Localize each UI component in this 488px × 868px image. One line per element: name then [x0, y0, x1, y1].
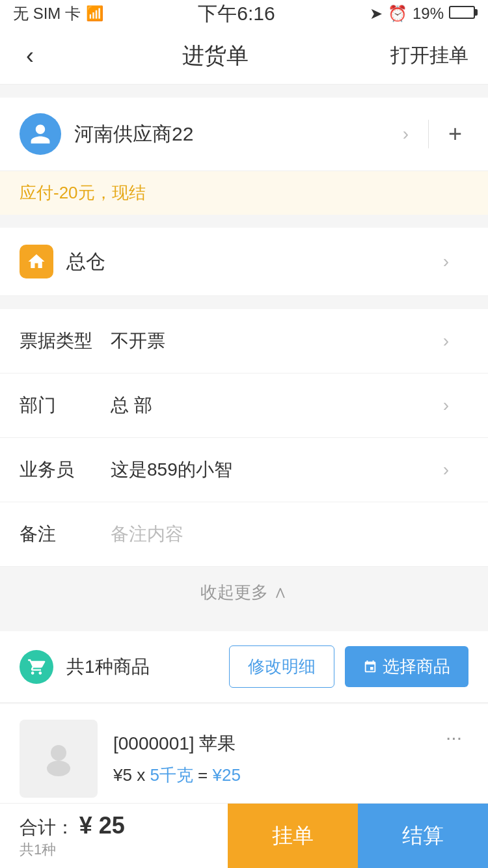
- product-item: [0000001] 苹果 ¥5 x 5千克 = ¥25 ···: [0, 704, 488, 814]
- cart-icon: [27, 658, 46, 676]
- status-bar: 无 SIM 卡 📶 下午6:16 ➤ ⏰ 19%: [0, 0, 488, 27]
- page-title: 进货单: [182, 41, 249, 71]
- product-header: 共1种商品 修改明细 选择商品: [0, 631, 488, 703]
- status-right: ➤ ⏰ 19%: [370, 5, 475, 23]
- product-thumbnail: [20, 720, 98, 798]
- wifi-icon: 📶: [86, 5, 103, 22]
- invoice-type-value: 不开票: [111, 329, 443, 353]
- notice-bar: 应付-20元，现结: [0, 171, 488, 215]
- salesperson-value: 这是859的小智: [111, 457, 443, 482]
- divider: [428, 120, 429, 148]
- department-value: 总 部: [111, 393, 443, 418]
- carrier-label: 无 SIM 卡: [13, 3, 81, 24]
- remark-row[interactable]: 备注 备注内容: [0, 502, 488, 567]
- department-chevron-icon: ›: [443, 395, 449, 416]
- select-product-label: 选择商品: [383, 655, 450, 678]
- product-more-button[interactable]: ···: [439, 720, 468, 755]
- location-icon: ➤: [370, 5, 383, 23]
- salesperson-chevron-icon: ›: [443, 459, 449, 480]
- back-button[interactable]: ‹: [20, 36, 40, 76]
- product-quantity: 5千克: [150, 765, 193, 785]
- product-code: [0000001]: [113, 733, 195, 753]
- section-gap-2: [0, 215, 488, 228]
- remark-value: 备注内容: [111, 522, 468, 547]
- invoice-type-label: 票据类型: [20, 329, 111, 353]
- supplier-name: 河南供应商22: [74, 121, 403, 148]
- product-equals: =: [198, 765, 212, 785]
- collapse-button[interactable]: 收起更多 ∧: [0, 567, 488, 618]
- product-total: ¥25: [213, 765, 241, 785]
- select-product-button[interactable]: 选择商品: [345, 646, 468, 687]
- total-label: 合计：: [20, 817, 74, 837]
- product-multiply: x: [137, 765, 150, 785]
- salesperson-label: 业务员: [20, 457, 111, 482]
- product-count: 共1种商品: [66, 655, 229, 679]
- total-section: 合计： ¥ 25 共1种: [0, 812, 228, 860]
- section-gap-3: [0, 296, 488, 309]
- warehouse-chevron-icon: ›: [443, 251, 449, 272]
- total-amount: ¥ 25: [79, 812, 125, 839]
- remark-label: 备注: [20, 522, 111, 547]
- status-left: 无 SIM 卡 📶: [13, 3, 103, 24]
- form-section: 票据类型 不开票 › 部门 总 部 › 业务员 这是859的小智 › 备注 备注…: [0, 309, 488, 567]
- warehouse-icon: [27, 252, 46, 271]
- nav-bar: ‹ 进货单 打开挂单: [0, 27, 488, 85]
- supplier-chevron-icon: ›: [403, 124, 409, 144]
- add-supplier-button[interactable]: +: [442, 120, 468, 148]
- edit-detail-button[interactable]: 修改明细: [229, 645, 334, 688]
- salesperson-row[interactable]: 业务员 这是859的小智 ›: [0, 438, 488, 502]
- person-icon: [29, 122, 52, 146]
- invoice-type-row[interactable]: 票据类型 不开票 ›: [0, 309, 488, 373]
- alarm-icon: ⏰: [388, 5, 407, 23]
- hang-order-button[interactable]: 挂单: [228, 804, 358, 869]
- total-count: 共1种: [20, 840, 208, 860]
- select-product-icon: [363, 660, 377, 674]
- product-info: [0000001] 苹果 ¥5 x 5千克 = ¥25: [113, 731, 439, 787]
- warehouse-row[interactable]: 总仓 ›: [0, 228, 488, 296]
- battery-icon: [449, 5, 475, 23]
- warehouse-icon-wrap: [20, 245, 53, 278]
- department-label: 部门: [20, 393, 111, 418]
- product-placeholder-icon: [39, 739, 78, 778]
- supplier-row[interactable]: 河南供应商22 › +: [0, 98, 488, 171]
- svg-point-1: [47, 761, 70, 776]
- department-row[interactable]: 部门 总 部 ›: [0, 373, 488, 438]
- checkout-button[interactable]: 结算: [358, 804, 488, 869]
- battery-label: 19%: [413, 5, 444, 23]
- section-gap-4: [0, 618, 488, 631]
- invoice-chevron-icon: ›: [443, 331, 449, 351]
- product-price-row: ¥5 x 5千克 = ¥25: [113, 764, 439, 787]
- svg-point-0: [51, 745, 66, 761]
- open-hang-button[interactable]: 打开挂单: [390, 42, 468, 69]
- supplier-avatar: [20, 113, 61, 155]
- supplier-section: 河南供应商22 › + 应付-20元，现结: [0, 98, 488, 215]
- warehouse-name: 总仓: [66, 249, 443, 275]
- product-unit-price: ¥5: [113, 765, 132, 785]
- warehouse-section: 总仓 ›: [0, 228, 488, 296]
- total-row: 合计： ¥ 25: [20, 812, 208, 840]
- time-label: 下午6:16: [198, 1, 275, 27]
- product-icon-wrap: [20, 650, 53, 684]
- product-title: 苹果: [199, 733, 236, 753]
- bottom-bar: 合计： ¥ 25 共1种 挂单 结算: [0, 803, 488, 868]
- product-name: [0000001] 苹果: [113, 731, 439, 756]
- section-gap-1: [0, 85, 488, 98]
